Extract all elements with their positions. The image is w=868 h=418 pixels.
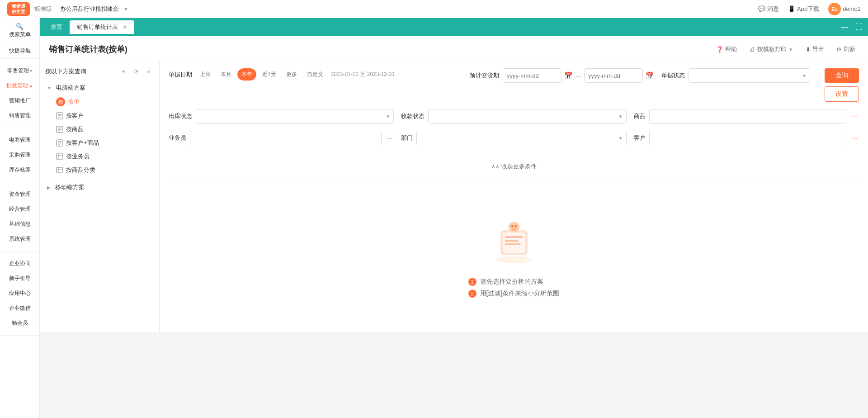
brand-label: 标准版 bbox=[34, 5, 52, 13]
svg-rect-20 bbox=[503, 233, 525, 253]
tab-close-icon[interactable]: ✕ bbox=[123, 24, 127, 30]
payment-status-select[interactable] bbox=[428, 109, 626, 124]
by-customer-icon bbox=[56, 112, 63, 119]
tab-maximize-icon[interactable]: ⛶ bbox=[854, 21, 864, 33]
salesperson-input[interactable] bbox=[190, 131, 382, 145]
settings-button[interactable]: 设置 bbox=[825, 86, 859, 102]
expected-date-end[interactable] bbox=[584, 68, 643, 83]
message-btn[interactable]: 💬 消息 bbox=[758, 5, 779, 13]
order-status-label: 单据状态 bbox=[661, 71, 685, 80]
download-icon: 📱 bbox=[788, 5, 795, 12]
sidebar-item-purchase[interactable]: 采购管理 bbox=[0, 147, 39, 162]
sidebar-item-basic-info[interactable]: 基础信息 bbox=[0, 217, 39, 232]
page-actions: ❓ 帮助 🖨 按模板打印 ▼ ⬇ 导出 ⟳ bbox=[712, 43, 859, 55]
department-select[interactable] bbox=[416, 131, 626, 145]
tree-expand-icon: ▼ bbox=[47, 86, 52, 90]
customer-input[interactable] bbox=[649, 131, 847, 145]
export-icon: ⬇ bbox=[806, 46, 811, 53]
panel-collapse-btn[interactable]: « bbox=[144, 66, 154, 76]
main-layout: 🔍 搜索菜单 快捷导航 零售管理 ▾ 批发管理 ▲ 营销推广 销售管理 电商 bbox=[0, 18, 868, 418]
tree-mobile-section[interactable]: ▶ 移动端方案 bbox=[40, 180, 159, 194]
sidebar-item-operations[interactable]: 经营管理 bbox=[0, 202, 39, 217]
customer-more-btn[interactable]: ··· bbox=[850, 134, 859, 142]
sidebar-item-ecommerce[interactable]: 电商管理 bbox=[0, 133, 39, 147]
tab-sales-summary[interactable]: 销售订单统计表 ✕ bbox=[70, 20, 134, 34]
print-dropdown-icon[interactable]: ▼ bbox=[788, 47, 793, 52]
customer-label: 客户 bbox=[634, 134, 646, 142]
panel-add-btn[interactable]: + bbox=[118, 66, 128, 76]
print-btn[interactable]: 🖨 按模板打印 ▼ bbox=[746, 43, 797, 55]
order-date-filter: 单据日期 上月 本月 本年 bbox=[169, 68, 462, 81]
goods-input[interactable] bbox=[649, 109, 847, 124]
action-buttons: 查询 设置 bbox=[825, 68, 859, 102]
filter-row-1: 单据日期 上月 本月 本年 bbox=[169, 68, 859, 102]
refresh-btn[interactable]: ⟳ 刷新 bbox=[833, 43, 859, 55]
order-status-dropdown: ▼ bbox=[689, 68, 810, 83]
app-download-btn[interactable]: 📱 App下载 bbox=[788, 5, 819, 13]
export-btn[interactable]: ⬇ 导出 bbox=[802, 43, 828, 55]
wholesale-label: 批发管理 bbox=[6, 82, 28, 90]
logo-text: 畅捷通好生意 bbox=[12, 4, 25, 14]
sidebar-item-membership[interactable]: 畅会员 bbox=[0, 316, 39, 331]
sidebar-item-enterprise-coop[interactable]: 企业协同 bbox=[0, 256, 39, 271]
refresh-icon: ⟳ bbox=[837, 46, 842, 53]
tree-by-customer[interactable]: 按客户 bbox=[49, 109, 159, 123]
tree-pc-section[interactable]: ▼ 电脑端方案 bbox=[40, 81, 159, 95]
search-button[interactable]: 查询 bbox=[825, 68, 859, 83]
dropdown-arrow-icon[interactable]: ▼ bbox=[123, 6, 128, 12]
page-dropdown-label[interactable]: 办公用品行业模拟账套 bbox=[60, 5, 119, 13]
sidebar-item-retail[interactable]: 零售管理 ▾ bbox=[0, 63, 39, 78]
goods-more-btn[interactable]: ··· bbox=[850, 113, 859, 120]
sidebar-item-app-center[interactable]: 应用中心 bbox=[0, 286, 39, 301]
page-header: 销售订单统计表(按单) ❓ 帮助 🖨 按模板打印 ▼ ⬇ bbox=[40, 36, 868, 61]
sidebar-item-marketing[interactable]: 营销推广 bbox=[0, 93, 39, 108]
salesperson-more-btn[interactable]: ··· bbox=[385, 134, 394, 142]
svg-point-25 bbox=[511, 225, 514, 228]
sidebar-item-sales[interactable]: 销售管理 bbox=[0, 108, 39, 123]
sidebar-item-finance[interactable]: 资金管理 bbox=[0, 187, 39, 202]
sidebar-quick-nav[interactable]: 快捷导航 bbox=[0, 43, 39, 59]
right-panel: 单据日期 上月 本月 本年 bbox=[160, 61, 868, 332]
top-bar: 畅捷通好生意 标准版 办公用品行业模拟账套 ▼ 💬 消息 📱 App下载 Ea … bbox=[0, 0, 868, 18]
sidebar-item-enterprise-wechat[interactable]: 企业微信 bbox=[0, 301, 39, 316]
date-tab-more[interactable]: 更多 bbox=[282, 68, 301, 81]
expected-date-start[interactable] bbox=[503, 68, 561, 83]
svg-rect-15 bbox=[57, 167, 63, 173]
date-tab-this-month[interactable]: 本月 bbox=[217, 68, 236, 81]
tab-minimize-icon[interactable]: — bbox=[839, 21, 850, 33]
order-status-select[interactable] bbox=[689, 68, 810, 83]
tab-home[interactable]: 首页 bbox=[43, 20, 70, 34]
date-tab-last-7days[interactable]: 近7天 bbox=[258, 68, 280, 81]
tree-by-salesperson[interactable]: 按业务员 bbox=[49, 150, 159, 163]
by-customer-goods-icon bbox=[56, 139, 63, 147]
calendar-icon-start[interactable]: 📅 bbox=[564, 71, 573, 80]
help-btn[interactable]: ❓ 帮助 bbox=[712, 43, 741, 55]
tree-by-customer-goods[interactable]: 按客户+商品 bbox=[49, 136, 159, 150]
collapse-btn[interactable]: ∧∧ 收起更多条件 bbox=[169, 159, 859, 174]
calendar-icon-end[interactable]: 📅 bbox=[646, 71, 654, 80]
tree-by-goods[interactable]: 按商品 bbox=[49, 123, 159, 136]
logo: 畅捷通好生意 bbox=[7, 2, 30, 16]
date-tab-custom[interactable]: 自定义 bbox=[303, 68, 327, 81]
mobile-expand-icon: ▶ bbox=[47, 185, 51, 190]
date-tab-last-month[interactable]: 上月 bbox=[196, 68, 215, 81]
sidebar-section-3: 资金管理 经营管理 基础信息 系统管理 bbox=[0, 182, 39, 252]
sidebar-search[interactable]: 🔍 搜索菜单 bbox=[0, 18, 39, 43]
user-profile[interactable]: Ea demo2 bbox=[828, 3, 861, 15]
help-icon: ❓ bbox=[716, 46, 723, 53]
department-dropdown: ▼ bbox=[416, 131, 626, 145]
retail-expand-icon: ▾ bbox=[30, 68, 32, 73]
date-tab-this-year[interactable]: 本年 bbox=[237, 68, 256, 81]
panel-refresh-btn[interactable]: ⟳ bbox=[131, 66, 141, 76]
sidebar-item-wholesale[interactable]: 批发管理 ▲ bbox=[0, 78, 39, 93]
salesperson-label: 业务员 bbox=[169, 134, 186, 142]
ship-status-select[interactable] bbox=[196, 109, 394, 124]
tree-by-goods-category[interactable]: 按商品分类 bbox=[49, 163, 159, 177]
sidebar-item-new-guide[interactable]: 新手引导 bbox=[0, 271, 39, 286]
payment-status-label: 收款状态 bbox=[401, 112, 425, 120]
sidebar-item-inventory[interactable]: 库存核算 bbox=[0, 162, 39, 177]
sidebar-item-system[interactable]: 系统管理 bbox=[0, 232, 39, 247]
retail-label: 零售管理 bbox=[7, 67, 29, 75]
tree-by-order[interactable]: 按 按单 bbox=[49, 95, 159, 109]
svg-rect-21 bbox=[505, 236, 523, 238]
